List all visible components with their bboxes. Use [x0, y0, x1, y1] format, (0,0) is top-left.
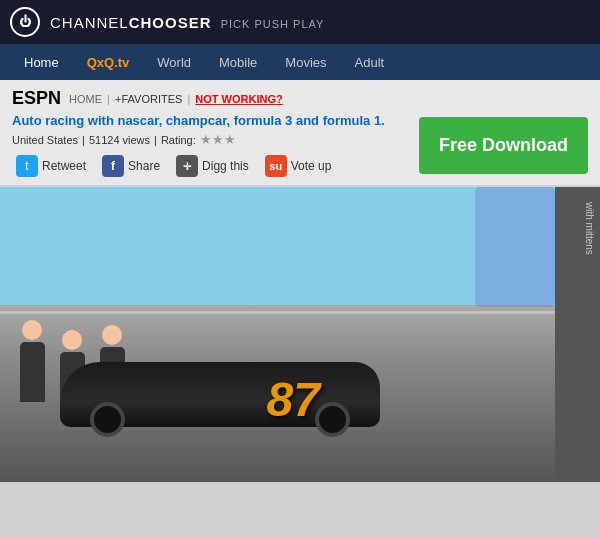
digg-icon: ✛	[176, 155, 198, 177]
main-row: Auto racing with nascar, champcar, formu…	[12, 113, 588, 179]
voteup-label: Vote up	[291, 159, 332, 173]
track-line	[0, 311, 555, 314]
channel-views: 51124 views	[89, 134, 150, 146]
logo-tagline: PICK PUSH PLAY	[221, 18, 325, 30]
background-structure	[475, 187, 555, 307]
sidebar-text: with mittens	[560, 202, 595, 255]
meta-sep2: |	[154, 134, 157, 146]
breadcrumb: HOME | +FAVORITES | NOT WORKING?	[69, 93, 283, 105]
crew-head-2	[62, 330, 82, 350]
channel-title-row: ESPN HOME | +FAVORITES | NOT WORKING?	[12, 88, 588, 109]
video-container: 87 with mittens	[0, 187, 600, 482]
nav-item-adult[interactable]: Adult	[341, 44, 399, 80]
channel-meta: United States | 51124 views | Rating: ★★…	[12, 132, 399, 147]
breadcrumb-sep1: |	[107, 93, 110, 105]
plus-icon: +FAVORITES	[115, 93, 182, 105]
breadcrumb-sep2: |	[187, 93, 190, 105]
crew-member-1	[20, 342, 45, 402]
info-section: Auto racing with nascar, champcar, formu…	[12, 113, 399, 179]
facebook-icon: f	[102, 155, 124, 177]
meta-sep1: |	[82, 134, 85, 146]
video-sidebar: with mittens	[555, 187, 600, 482]
logo-power-icon: ⏻	[10, 7, 40, 37]
nav-item-world[interactable]: World	[143, 44, 205, 80]
car-number: 87	[267, 372, 320, 427]
rear-wheel	[90, 402, 125, 437]
crew-head-3	[102, 325, 122, 345]
nav-bar: Home QxQ.tv World Mobile Movies Adult	[0, 44, 600, 80]
channel-country: United States	[12, 134, 78, 146]
breadcrumb-favorites: +FAVORITES	[115, 93, 185, 105]
retweet-button[interactable]: t Retweet	[12, 153, 90, 179]
content-area: ESPN HOME | +FAVORITES | NOT WORKING? Au…	[0, 80, 600, 185]
rating-stars: ★★★	[200, 132, 236, 147]
voteup-button[interactable]: su Vote up	[261, 153, 336, 179]
nav-item-home[interactable]: Home	[10, 44, 73, 80]
pit-scene: 87	[0, 187, 555, 482]
nav-item-movies[interactable]: Movies	[271, 44, 340, 80]
breadcrumb-not-working[interactable]: NOT WORKING?	[195, 93, 282, 105]
video-player[interactable]: 87	[0, 187, 555, 482]
breadcrumb-home[interactable]: HOME	[69, 93, 102, 105]
free-download-button[interactable]: Free Download	[419, 117, 588, 174]
digg-label: Digg this	[202, 159, 249, 173]
digg-button[interactable]: ✛ Digg this	[172, 153, 253, 179]
nav-item-mobile[interactable]: Mobile	[205, 44, 271, 80]
channel-name: ESPN	[12, 88, 61, 109]
header: ⏻ CHANNELCHOOSER PICK PUSH PLAY	[0, 0, 600, 44]
share-button[interactable]: f Share	[98, 153, 164, 179]
nav-item-qxq[interactable]: QxQ.tv	[73, 44, 144, 80]
retweet-label: Retweet	[42, 159, 86, 173]
logo-text: CHANNELCHOOSER PICK PUSH PLAY	[50, 14, 324, 31]
channel-description[interactable]: Auto racing with nascar, champcar, formu…	[12, 113, 399, 128]
social-row: t Retweet f Share ✛ Digg this su Vote up	[12, 153, 399, 179]
rating-label: Rating:	[161, 134, 196, 146]
twitter-icon: t	[16, 155, 38, 177]
front-wheel	[315, 402, 350, 437]
share-label: Share	[128, 159, 160, 173]
nascar-car: 87	[60, 362, 380, 462]
stumble-icon: su	[265, 155, 287, 177]
crew-head-1	[22, 320, 42, 340]
car-body	[60, 362, 380, 427]
